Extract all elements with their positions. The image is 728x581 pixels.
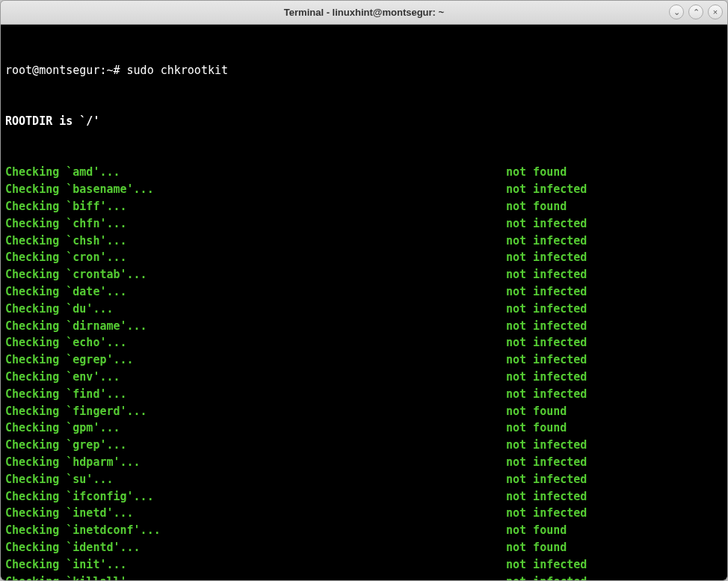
check-line: Checking `dirname'...not infected [5, 318, 723, 335]
check-line: Checking `crontab'...not infected [5, 266, 723, 283]
check-status: not infected [506, 233, 587, 250]
check-label: Checking `hdparm'... [5, 454, 506, 471]
check-label: Checking `fingerd'... [5, 403, 506, 420]
check-line: Checking `cron'...not infected [5, 249, 723, 266]
check-status: not found [506, 419, 567, 437]
check-status: not infected [506, 369, 587, 386]
check-label: Checking `grep'... [5, 437, 506, 454]
minimize-button[interactable]: ⌄ [669, 4, 684, 19]
check-status: not infected [506, 386, 587, 403]
terminal-window: Terminal - linuxhint@montsegur: ~ ⌄ ⌃ × … [0, 0, 728, 581]
check-status: not infected [506, 488, 587, 505]
check-status: not infected [506, 574, 587, 581]
check-line: Checking `du'...not infected [5, 301, 723, 318]
check-label: Checking `egrep'... [5, 351, 506, 369]
check-line: Checking `biff'...not found [5, 198, 723, 215]
check-label: Checking `biff'... [5, 198, 506, 215]
check-label: Checking `find'... [5, 386, 506, 403]
check-status: not found [506, 403, 567, 420]
check-status: not infected [506, 471, 587, 488]
check-status: not infected [506, 351, 587, 369]
check-line: Checking `ifconfig'...not infected [5, 488, 723, 505]
check-line: Checking `env'...not infected [5, 369, 723, 386]
prompt-line: root@montsegur:~# sudo chkrootkit [5, 62, 723, 79]
check-status: not found [506, 522, 567, 539]
check-label: Checking `chsh'... [5, 233, 506, 250]
check-label: Checking `amd'... [5, 164, 506, 181]
check-line: Checking `egrep'...not infected [5, 351, 723, 369]
check-status: not infected [506, 437, 587, 454]
check-label: Checking `du'... [5, 301, 506, 318]
check-label: Checking `echo'... [5, 334, 506, 351]
check-line: Checking `identd'...not found [5, 539, 723, 556]
check-line: Checking `fingerd'...not found [5, 403, 723, 420]
check-status: not found [506, 198, 567, 215]
check-status: not infected [506, 249, 587, 266]
window-title: Terminal - linuxhint@montsegur: ~ [284, 7, 444, 18]
terminal-content: root@montsegur:~# sudo chkrootkit ROOTDI… [5, 28, 723, 580]
terminal-body[interactable]: root@montsegur:~# sudo chkrootkit ROOTDI… [1, 25, 727, 580]
maximize-button[interactable]: ⌃ [688, 4, 703, 19]
check-line: Checking `grep'...not infected [5, 437, 723, 454]
check-label: Checking `ifconfig'... [5, 488, 506, 505]
check-line: Checking `chsh'...not infected [5, 233, 723, 250]
check-label: Checking `killall'... [5, 574, 506, 581]
check-line: Checking `inetd'...not infected [5, 505, 723, 522]
check-status: not infected [506, 181, 587, 198]
check-label: Checking `inetd'... [5, 505, 506, 522]
check-results: Checking `amd'...not foundChecking `base… [5, 164, 723, 580]
check-status: not infected [506, 301, 587, 318]
titlebar[interactable]: Terminal - linuxhint@montsegur: ~ ⌄ ⌃ × [1, 1, 727, 25]
check-label: Checking `date'... [5, 283, 506, 301]
check-line: Checking `killall'...not infected [5, 574, 723, 581]
check-label: Checking `gpm'... [5, 419, 506, 437]
check-status: not infected [506, 266, 587, 283]
rootdir-line: ROOTDIR is `/' [5, 113, 723, 130]
check-label: Checking `inetdconf'... [5, 522, 506, 539]
check-line: Checking `amd'...not found [5, 164, 723, 181]
check-status: not infected [506, 454, 587, 471]
check-status: not infected [506, 334, 587, 351]
check-label: Checking `dirname'... [5, 318, 506, 335]
check-label: Checking `identd'... [5, 539, 506, 556]
check-line: Checking `echo'...not infected [5, 334, 723, 351]
check-line: Checking `find'...not infected [5, 386, 723, 403]
check-status: not infected [506, 505, 587, 522]
check-line: Checking `inetdconf'...not found [5, 522, 723, 539]
check-label: Checking `cron'... [5, 249, 506, 266]
check-label: Checking `crontab'... [5, 266, 506, 283]
check-line: Checking `hdparm'...not infected [5, 454, 723, 471]
check-line: Checking `basename'...not infected [5, 181, 723, 198]
check-status: not found [506, 164, 567, 181]
check-status: not infected [506, 283, 587, 301]
check-label: Checking `init'... [5, 556, 506, 574]
check-status: not infected [506, 318, 587, 335]
close-button[interactable]: × [708, 4, 723, 19]
check-line: Checking `gpm'...not found [5, 419, 723, 437]
check-line: Checking `init'...not infected [5, 556, 723, 574]
check-label: Checking `env'... [5, 369, 506, 386]
check-label: Checking `basename'... [5, 181, 506, 198]
check-status: not infected [506, 556, 587, 574]
window-controls: ⌄ ⌃ × [669, 4, 723, 19]
check-label: Checking `su'... [5, 471, 506, 488]
check-line: Checking `chfn'...not infected [5, 215, 723, 233]
check-status: not found [506, 539, 567, 556]
check-label: Checking `chfn'... [5, 215, 506, 233]
check-line: Checking `su'...not infected [5, 471, 723, 488]
check-status: not infected [506, 215, 587, 233]
check-line: Checking `date'...not infected [5, 283, 723, 301]
